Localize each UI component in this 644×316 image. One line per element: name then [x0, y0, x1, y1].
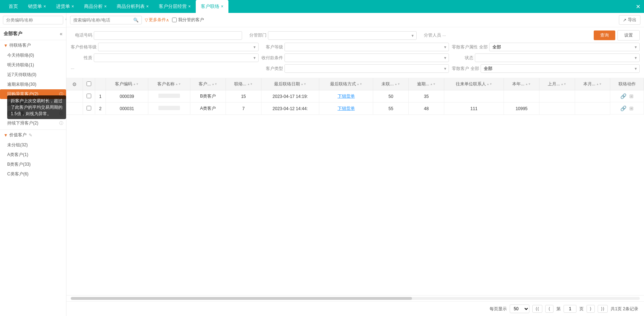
grade-sort-arrows: ▲▼ — [212, 83, 217, 86]
row-checkbox-0[interactable] — [87, 94, 91, 98]
this-year-column-header[interactable]: 本年...▲▼ — [504, 78, 539, 90]
filter-price-grade-select[interactable] — [98, 43, 259, 51]
overdue-column-header[interactable]: 逾期...▲▼ — [409, 78, 444, 90]
close-all-tabs-button[interactable]: ✕ — [636, 3, 640, 10]
filter-customer-grade-select[interactable] — [284, 43, 449, 51]
last-date-sort-button[interactable]: 最后联络日期▲▼ — [274, 81, 306, 87]
close-customer-segmentation-tab[interactable]: × — [188, 4, 191, 9]
last-month-column-header[interactable]: 上月...▲▼ — [539, 78, 575, 90]
nav-tab-customer-segmentation[interactable]: 客户分层经营 × — [154, 0, 196, 13]
filter-status-select[interactable] — [475, 53, 640, 62]
my-customer-checkbox[interactable] — [172, 18, 177, 22]
last-method-sort-button[interactable]: 最后联络方式▲▼ — [330, 81, 362, 87]
overdue-sort-button[interactable]: 逾期...▲▼ — [417, 81, 436, 87]
row-grid-icon[interactable]: ⊞ — [629, 93, 634, 99]
name-sort-button[interactable]: 客户名称▲▼ — [157, 81, 181, 87]
contacts-sort-button[interactable]: 联络...▲▼ — [234, 81, 253, 87]
pending-contact-section[interactable]: ▼ 待联络客户 — [0, 40, 66, 51]
this-month-sort-button[interactable]: 本月...▲▼ — [583, 81, 602, 87]
filter-department: 分管部门 ▼ — [245, 31, 416, 40]
filter-payment-select[interactable] — [284, 53, 449, 62]
filter-customer-type-select[interactable] — [284, 64, 449, 73]
nav-tab-customer-contact[interactable]: 客户联络 × — [196, 0, 228, 13]
sidebar-search-icon[interactable]: 🔍 — [65, 18, 66, 23]
settings-column-header[interactable]: ⚙ — [66, 78, 83, 90]
toolbar-search-icon[interactable]: 🔍 — [133, 18, 139, 23]
value-customers-section[interactable]: ▼ 价值客户 ✎ — [0, 129, 66, 140]
row-link-icon[interactable]: 🔗 — [620, 105, 626, 111]
last-page-button[interactable]: ⟩⟩ — [598, 305, 608, 313]
last-contact-date-column-header[interactable]: 最后联络日期▲▼ — [261, 78, 319, 90]
close-product-analysis-tab[interactable]: × — [104, 4, 107, 9]
table-settings-gear-icon[interactable]: ⚙ — [72, 81, 77, 87]
close-product-analysis-list-tab[interactable]: × — [146, 4, 149, 9]
unit-contacts-column-header[interactable]: 往来单位联系人▲▼ — [444, 78, 504, 90]
name-column-header[interactable]: 客户名称▲▼ — [148, 78, 190, 90]
per-page-select[interactable]: 50 100 200 — [510, 305, 529, 313]
export-button[interactable]: ↗ 导出 — [619, 15, 640, 25]
grade-column-header[interactable]: 客户...▲▼ — [190, 78, 226, 90]
uncontacted-column-header[interactable]: 未联...▲▼ — [373, 78, 409, 90]
filter-retail-attr-select[interactable]: 全部 — [489, 43, 640, 51]
unit-contacts-sort-button[interactable]: 往来单位联系人▲▼ — [456, 81, 492, 87]
close-purchase-tab[interactable]: × — [71, 4, 74, 9]
pagination: 每页显示 50 100 200 ⟨⟨ ⟨ 第 页 ⟩ ⟩⟩ 共1页 2条记录 — [66, 301, 644, 316]
more-filter-button[interactable]: ▽ 更多条件 ∧ — [145, 17, 169, 23]
sidebar-collapse-button[interactable]: « — [60, 31, 62, 37]
nav-tab-purchase[interactable]: 进货单 × — [51, 0, 79, 13]
filter-department-select[interactable] — [268, 31, 416, 40]
filter-nature-select[interactable] — [94, 53, 259, 62]
declining-help-icon[interactable]: ⓘ — [59, 121, 63, 126]
filter-phone-input[interactable] — [94, 31, 242, 40]
select-all-checkbox[interactable] — [87, 81, 91, 86]
code-column-header[interactable]: 客户编码▲▼ — [106, 78, 148, 90]
toolbar-search-input[interactable] — [73, 18, 132, 23]
filter-status-select-wrapper: ▼ — [475, 53, 640, 62]
sidebar-item-ungrouped[interactable]: 未分组(32) — [0, 140, 66, 150]
row-uncontacted-cell: 50 — [373, 90, 409, 103]
last-month-sort-button[interactable]: 上月...▲▼ — [548, 81, 566, 87]
last-contact-method-column-header[interactable]: 最后联络方式▲▼ — [319, 78, 373, 90]
page-number-input[interactable] — [564, 305, 576, 313]
first-page-button[interactable]: ⟨⟨ — [532, 305, 542, 313]
this-year-sort-button[interactable]: 本年...▲▼ — [512, 81, 531, 87]
horizontal-scrollbar-area — [66, 295, 644, 301]
sidebar-item-b-class[interactable]: B类客户(33) — [0, 160, 66, 169]
settings-button[interactable]: 设置 — [617, 30, 640, 41]
nav-tab-product-analysis[interactable]: 商品分析 × — [79, 0, 112, 13]
row-checkbox-1[interactable] — [87, 106, 91, 110]
sidebar-item-a-class[interactable]: A类客户(1) — [0, 150, 66, 160]
code-sort-button[interactable]: 客户编码▲▼ — [115, 81, 139, 87]
prev-page-button[interactable]: ⟨ — [545, 305, 553, 313]
last-contact-method-link[interactable]: 下销货单 — [338, 94, 355, 99]
sidebar-search-input[interactable] — [3, 16, 63, 24]
row-link-icon[interactable]: 🔗 — [620, 93, 626, 99]
row-grid-icon[interactable]: ⊞ — [629, 105, 634, 111]
this-month-column-header[interactable]: 本月...▲▼ — [575, 78, 610, 90]
filter-retail-customer-select[interactable]: 全部 — [481, 64, 640, 73]
nav-tab-home[interactable]: 首页 — [4, 0, 23, 13]
sidebar-item-7days-pending[interactable]: 近7天待联络(0) — [0, 70, 66, 80]
close-customer-contact-tab[interactable]: × — [221, 4, 223, 9]
filter-extra-dots[interactable]: ··· — [71, 66, 74, 71]
nav-tab-product-analysis-list[interactable]: 商品分析列表 × — [112, 0, 154, 13]
value-customers-edit-icon[interactable]: ✎ — [29, 133, 32, 138]
sidebar-item-overdue-pending[interactable]: 逾期未联络(30) — [0, 80, 66, 89]
grade-sort-button[interactable]: 客户...▲▼ — [199, 81, 217, 87]
horizontal-scrollbar-thumb[interactable] — [71, 297, 412, 300]
contacts-column-header[interactable]: 联络...▲▼ — [226, 78, 261, 90]
sidebar-item-c-class[interactable]: C类客户(6) — [0, 169, 66, 179]
sidebar-item-tomorrow-pending[interactable]: 明天待联络(1) — [0, 60, 66, 70]
horizontal-scrollbar-track[interactable] — [71, 297, 640, 300]
query-button[interactable]: 查询 — [594, 30, 615, 40]
sidebar-item-today-pending[interactable]: 今天待联络(0) — [0, 51, 66, 60]
close-sales-tab[interactable]: × — [43, 4, 46, 9]
last-contact-method-link[interactable]: 下销货单 — [338, 106, 355, 111]
nav-tab-sales[interactable]: 销货单 × — [23, 0, 51, 13]
sidebar-item-declining[interactable]: 持续下滑客户(2) ⓘ — [0, 118, 66, 128]
filter-retail-customer-label: 零散客户 全部 — [452, 66, 479, 72]
filter-person-dots[interactable]: ··· — [443, 33, 446, 38]
name-sort-arrows: ▲▼ — [175, 83, 181, 86]
uncontacted-sort-button[interactable]: 未联...▲▼ — [381, 81, 400, 87]
next-page-button[interactable]: ⟩ — [587, 305, 595, 313]
